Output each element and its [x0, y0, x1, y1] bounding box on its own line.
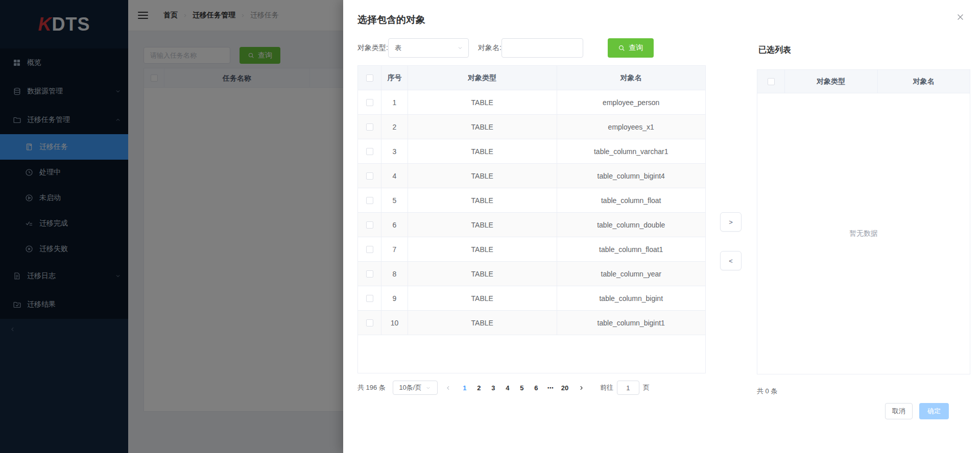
selected-table-header: 对象类型 对象名	[757, 70, 970, 93]
page-size-select[interactable]: 10条/页	[393, 381, 438, 395]
page-number[interactable]: 1	[459, 384, 471, 392]
header-seq: 序号	[381, 66, 408, 90]
header-name: 对象名	[557, 66, 706, 90]
goto-label: 前往	[600, 383, 613, 392]
select-all-selected-checkbox[interactable]	[768, 78, 775, 85]
row-seq: 5	[381, 188, 408, 212]
row-name: table_column_varchar1	[557, 139, 706, 163]
object-filter-row: 对象类型: 表 对象名: 查询	[357, 38, 654, 58]
row-seq: 8	[381, 262, 408, 286]
row-type: TABLE	[408, 237, 557, 261]
chevron-down-icon	[457, 45, 463, 51]
row-seq: 3	[381, 139, 408, 163]
row-name: employee_person	[557, 90, 706, 114]
object-name-label: 对象名:	[478, 43, 501, 53]
row-seq: 10	[381, 311, 408, 335]
cancel-button[interactable]: 取消	[885, 403, 913, 419]
page-number[interactable]: 3	[487, 384, 499, 392]
goto-page-input[interactable]	[617, 381, 639, 395]
page-number[interactable]: 2	[473, 384, 485, 392]
row-checkbox[interactable]	[366, 172, 373, 180]
object-type-value: 表	[395, 43, 401, 53]
row-seq: 2	[381, 115, 408, 139]
page-number[interactable]: 20	[559, 384, 571, 392]
more-pages-icon[interactable]: ⋯	[544, 384, 557, 392]
select-all-objects-checkbox[interactable]	[366, 74, 373, 82]
select-objects-dialog: 选择包含的对象 对象类型: 表 对象名: 查询 已选列表	[343, 0, 980, 453]
page-numbers: 1 2 3 4 5 6 ⋯ 20	[459, 384, 571, 392]
row-checkbox[interactable]	[366, 246, 373, 253]
dialog-footer: 取消 确定	[885, 403, 949, 419]
selected-header-name: 对象名	[878, 70, 970, 93]
row-type: TABLE	[408, 311, 557, 335]
row-seq: 7	[381, 237, 408, 261]
dialog-title: 选择包含的对象	[357, 13, 425, 27]
table-row[interactable]: 9 TABLE table_column_bigint	[358, 286, 705, 311]
object-name-input[interactable]	[501, 38, 583, 58]
table-row[interactable]: 5 TABLE table_column_float	[358, 188, 705, 213]
object-query-button[interactable]: 查询	[608, 38, 654, 58]
pagination-total: 共 196 条	[357, 383, 386, 392]
row-type: TABLE	[408, 188, 557, 212]
header-type: 对象类型	[408, 66, 557, 90]
page-size-value: 10条/页	[399, 383, 421, 392]
selected-list-title: 已选列表	[758, 45, 791, 56]
table-row[interactable]: 2 TABLE employees_x1	[358, 115, 705, 139]
close-icon[interactable]	[954, 11, 966, 22]
move-left-button[interactable]: <	[720, 251, 742, 270]
row-name: table_column_bigint4	[557, 164, 706, 188]
chevron-down-icon	[425, 385, 431, 391]
next-page-icon[interactable]	[578, 385, 585, 391]
page-number[interactable]: 4	[501, 384, 514, 392]
selected-header-type: 对象类型	[785, 70, 878, 93]
row-checkbox[interactable]	[366, 197, 373, 204]
pagination: 共 196 条 10条/页 1 2 3 4 5 6 ⋯ 20	[357, 380, 715, 396]
object-query-label: 查询	[629, 43, 643, 53]
row-checkbox[interactable]	[366, 295, 373, 302]
prev-page-icon[interactable]	[445, 385, 451, 391]
page-number[interactable]: 5	[516, 384, 528, 392]
table-row[interactable]: 7 TABLE table_column_float1	[358, 237, 705, 262]
row-name: table_column_double	[557, 213, 706, 237]
row-checkbox[interactable]	[366, 148, 373, 155]
table-row[interactable]: 10 TABLE table_column_bigint1	[358, 311, 705, 335]
table-row[interactable]: 6 TABLE table_column_double	[358, 213, 705, 237]
selected-table: 对象类型 对象名 暂无数据	[757, 69, 970, 374]
object-table: 序号 对象类型 对象名 1 TABLE employee_person 2 TA…	[357, 65, 706, 373]
goto-unit: 页	[643, 383, 650, 392]
app-window: KDTS 概览 数据源管理	[0, 0, 980, 453]
object-table-header: 序号 对象类型 对象名	[358, 66, 705, 90]
row-type: TABLE	[408, 213, 557, 237]
row-type: TABLE	[408, 90, 557, 114]
row-name: table_column_float1	[557, 237, 706, 261]
row-type: TABLE	[408, 139, 557, 163]
row-name: table_column_year	[557, 262, 706, 286]
row-type: TABLE	[408, 262, 557, 286]
table-row[interactable]: 1 TABLE employee_person	[358, 90, 705, 115]
row-name: table_column_float	[557, 188, 706, 212]
row-checkbox[interactable]	[366, 221, 373, 229]
search-icon	[618, 44, 625, 52]
object-type-select[interactable]: 表	[388, 38, 469, 58]
row-name: employees_x1	[557, 115, 706, 139]
row-checkbox[interactable]	[366, 319, 373, 326]
move-right-button[interactable]: >	[720, 212, 742, 232]
row-seq: 9	[381, 286, 408, 310]
table-row[interactable]: 8 TABLE table_column_year	[358, 262, 705, 286]
row-type: TABLE	[408, 164, 557, 188]
page-number[interactable]: 6	[530, 384, 542, 392]
row-checkbox[interactable]	[366, 123, 373, 131]
confirm-button[interactable]: 确定	[919, 403, 949, 419]
row-checkbox[interactable]	[366, 99, 373, 106]
table-row[interactable]: 4 TABLE table_column_bigint4	[358, 164, 705, 188]
empty-data-text: 暂无数据	[849, 229, 878, 238]
row-name: table_column_bigint	[557, 286, 706, 310]
selected-total: 共 0 条	[757, 387, 777, 396]
row-seq: 4	[381, 164, 408, 188]
table-row[interactable]: 3 TABLE table_column_varchar1	[358, 139, 705, 164]
row-checkbox[interactable]	[366, 270, 373, 278]
selected-table-body: 暂无数据	[757, 93, 970, 374]
row-type: TABLE	[408, 286, 557, 310]
row-seq: 1	[381, 90, 408, 114]
row-type: TABLE	[408, 115, 557, 139]
